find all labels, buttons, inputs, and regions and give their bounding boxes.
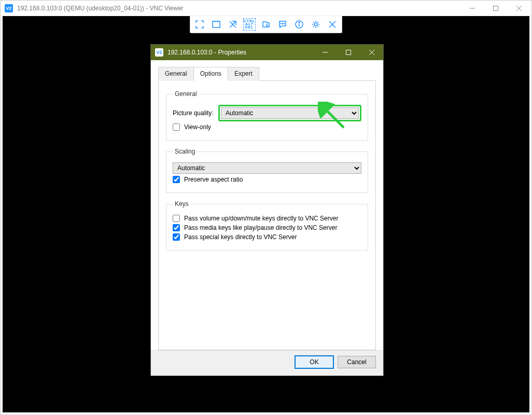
- remote-desktop-area[interactable]: CTRL ALT DEL V2 192.168: [3, 16, 529, 412]
- info-icon[interactable]: [293, 18, 305, 31]
- file-transfer-icon[interactable]: [260, 18, 272, 31]
- outer-window-title: 192.168.0.103:0 (QEMU (udesktop20_04-01)…: [17, 5, 460, 12]
- dialog-title: 192.168.0.103:0 - Properties: [167, 49, 313, 56]
- svg-point-7: [282, 23, 283, 24]
- svg-point-8: [284, 23, 284, 24]
- tab-panel-options: General Picture quality: Automatic V: [158, 81, 376, 350]
- cad-del: DEL: [245, 26, 254, 29]
- group-scaling: Scaling Automatic Preserve aspect ratio: [166, 148, 368, 193]
- ctrl-alt-del-button[interactable]: CTRL ALT DEL: [243, 18, 256, 31]
- cancel-button[interactable]: Cancel: [338, 356, 376, 368]
- properties-dialog: V2 192.168.0.103:0 - Properties Gen: [150, 44, 384, 376]
- group-keys-legend: Keys: [173, 200, 191, 208]
- toolbar-close-icon[interactable]: [326, 18, 339, 31]
- tab-expert[interactable]: Expert: [228, 67, 259, 81]
- dialog-button-bar: OK Cancel: [151, 350, 383, 376]
- dialog-maximize-button[interactable]: [337, 45, 360, 60]
- vnc-toolbar: CTRL ALT DEL: [190, 16, 342, 33]
- svg-rect-1: [493, 6, 498, 10]
- tab-options[interactable]: Options: [193, 67, 228, 81]
- dialog-close-button[interactable]: [360, 45, 383, 60]
- picture-quality-select[interactable]: Automatic: [221, 107, 359, 119]
- group-general: General Picture quality: Automatic V: [166, 90, 368, 141]
- ok-button[interactable]: OK: [295, 356, 333, 368]
- outer-maximize-button[interactable]: [484, 1, 507, 16]
- pin-icon[interactable]: [227, 18, 239, 31]
- scaling-select[interactable]: Automatic: [173, 162, 361, 174]
- chat-icon[interactable]: [276, 18, 289, 31]
- svg-rect-16: [346, 50, 351, 55]
- pass-special-checkbox[interactable]: [173, 233, 180, 241]
- pass-volume-checkbox[interactable]: [173, 215, 180, 222]
- vnc-viewer-window: V2 192.168.0.103:0 (QEMU (udesktop20_04-…: [0, 0, 532, 415]
- outer-close-button[interactable]: [507, 1, 530, 16]
- dialog-titlebar[interactable]: V2 192.168.0.103:0 - Properties: [151, 45, 383, 60]
- vnc-app-icon: V2: [5, 4, 13, 12]
- svg-point-6: [281, 23, 281, 24]
- fullscreen-icon[interactable]: [193, 18, 206, 31]
- view-only-label[interactable]: View-only: [184, 123, 211, 131]
- pass-special-label[interactable]: Pass special keys directly to VNC Server: [184, 233, 297, 241]
- window-mode-icon[interactable]: [210, 18, 222, 31]
- pass-media-checkbox[interactable]: [173, 224, 180, 231]
- tab-general[interactable]: General: [158, 67, 194, 81]
- picture-quality-highlight: Automatic: [218, 105, 361, 121]
- svg-rect-4: [213, 21, 220, 27]
- view-only-checkbox[interactable]: [173, 123, 180, 131]
- dialog-app-icon: V2: [155, 48, 163, 57]
- picture-quality-label: Picture quality:: [173, 109, 218, 117]
- outer-titlebar: V2 192.168.0.103:0 (QEMU (udesktop20_04-…: [1, 1, 531, 16]
- svg-point-11: [299, 22, 300, 23]
- outer-minimize-button[interactable]: [460, 1, 484, 16]
- group-general-legend: General: [173, 90, 199, 98]
- preserve-aspect-label[interactable]: Preserve aspect ratio: [184, 176, 243, 183]
- pass-media-label[interactable]: Pass media keys like play/pause directly…: [184, 224, 337, 231]
- tab-strip: General Options Expert: [158, 66, 376, 81]
- preserve-aspect-checkbox[interactable]: [173, 176, 180, 183]
- group-keys: Keys Pass volume up/down/mute keys direc…: [166, 200, 368, 251]
- svg-point-12: [314, 23, 317, 26]
- settings-icon[interactable]: [310, 18, 322, 31]
- group-scaling-legend: Scaling: [173, 148, 197, 155]
- pass-volume-label[interactable]: Pass volume up/down/mute keys directly t…: [184, 215, 338, 222]
- dialog-minimize-button[interactable]: [313, 45, 337, 60]
